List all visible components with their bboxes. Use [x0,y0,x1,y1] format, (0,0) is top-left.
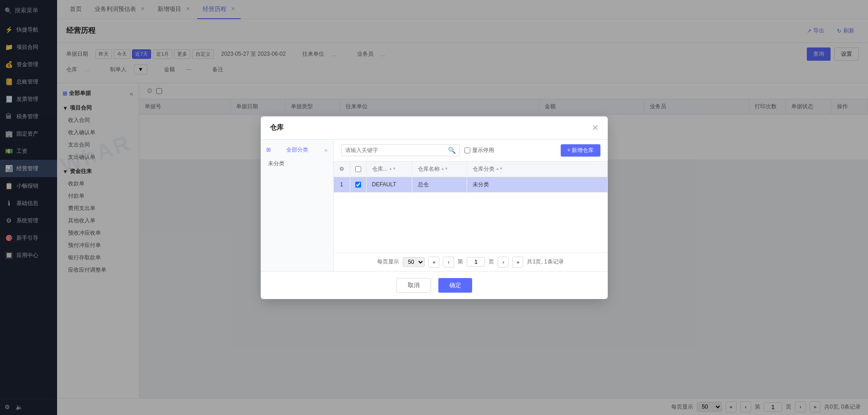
dialog-prev-page[interactable]: ‹ [443,257,454,268]
sort-arrows-name: ▲▼ [441,167,448,171]
all-category-label: 全部分类 [286,146,308,154]
dialog-last-page[interactable]: » [512,257,523,268]
row-checkbox[interactable] [355,182,361,188]
dialog-total-label: 共1页, 1条记录 [527,258,563,266]
dialog-header: 仓库 ✕ [261,116,608,140]
dialog-table-header: ⚙ 仓库... ▲▼ 仓库名称 ▲▼ [334,162,608,177]
dialog-table-footer: 每页显示 50 « ‹ 第 页 › » 共1页, 1条记录 [334,252,608,271]
dialog-first-page[interactable]: « [428,257,439,268]
dleft-header[interactable]: ⊞ 全部分类 « [261,143,333,157]
dialog-table: ⚙ 仓库... ▲▼ 仓库名称 ▲▼ [334,162,608,252]
dialog-page-prefix: 第 [458,258,463,266]
table-row[interactable]: 1 DEFAULT 总仓 未分类 [334,177,608,193]
dialog-table-body: 1 DEFAULT 总仓 未分类 [334,177,608,193]
dialog-footer: 取消 确定 [261,271,608,299]
dtd-check [350,177,367,192]
grid-icon: ⊞ [266,147,271,153]
cancel-button[interactable]: 取消 [396,278,431,293]
dialog-close-button[interactable]: ✕ [592,123,599,133]
dialog-body: ⊞ 全部分类 « 未分类 🔍 显示停用 [261,140,608,271]
dtd-category: 未分类 [467,177,608,192]
add-warehouse-button[interactable]: + 新增仓库 [561,144,600,157]
sort-arrows-cat: ▲▼ [496,167,503,171]
search-icon[interactable]: 🔍 [448,147,456,154]
search-input-wrap: 🔍 [341,144,460,156]
dialog-page-input[interactable] [467,257,485,267]
dtd-code: DEFAULT [367,177,412,192]
dth-name: 仓库名称 ▲▼ [412,162,467,177]
dialog-title: 仓库 [270,123,284,132]
dialog-toolbar: 🔍 显示停用 + 新增仓库 [334,140,608,162]
dialog-next-page[interactable]: › [498,257,509,268]
dth-gear: ⚙ [334,162,350,177]
dialog-left-panel: ⊞ 全部分类 « 未分类 [261,140,334,271]
dleft-unclassified[interactable]: 未分类 [261,157,333,171]
show-disabled-label[interactable]: 显示停用 [464,147,494,154]
dialog-overlay: 仓库 ✕ ⊞ 全部分类 « 未分类 🔍 [0,0,868,415]
dialog-right-panel: 🔍 显示停用 + 新增仓库 ⚙ [334,140,608,271]
dialog-select-all[interactable] [355,166,361,172]
dtd-name: 总仓 [412,177,467,192]
collapse-left-icon[interactable]: « [324,147,327,153]
dialog-per-page-select[interactable]: 50 [403,257,425,267]
show-disabled-checkbox[interactable] [464,147,470,153]
show-disabled-text: 显示停用 [472,147,494,154]
dth-category: 仓库分类 ▲▼ [467,162,608,177]
confirm-button[interactable]: 确定 [438,278,472,293]
gear-icon[interactable]: ⚙ [339,166,344,172]
dialog-page-label: 页 [489,258,494,266]
sort-arrows-code: ▲▼ [389,167,396,171]
dth-code: 仓库... ▲▼ [367,162,412,177]
warehouse-dialog: 仓库 ✕ ⊞ 全部分类 « 未分类 🔍 [261,116,608,299]
dth-check [350,162,367,177]
per-page-label: 每页显示 [377,258,399,266]
dtd-gear: 1 [334,177,350,192]
warehouse-search-input[interactable] [345,147,445,153]
